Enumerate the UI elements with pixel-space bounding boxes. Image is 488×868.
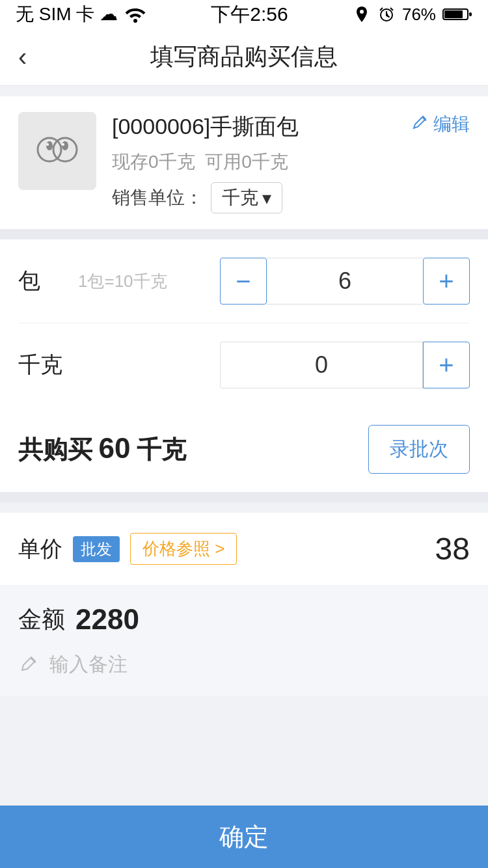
svg-point-9 [62, 143, 64, 146]
svg-rect-2 [444, 10, 463, 18]
kg-stepper: + [220, 342, 470, 388]
sim-label: 无 SIM 卡 ☁ [16, 2, 118, 27]
svg-point-8 [46, 143, 49, 146]
amount-value: 2280 [75, 603, 139, 636]
product-unit-row: 销售单位： 千克 ▾ [112, 182, 470, 213]
input-section: 包 1包=10千克 − + 千克 + [0, 239, 488, 407]
svg-point-7 [62, 141, 68, 150]
unit-select[interactable]: 千克 ▾ [211, 182, 282, 213]
kg-input[interactable] [220, 342, 423, 388]
remark-row[interactable]: 输入备注 [18, 651, 470, 678]
bao-plus-button[interactable]: + [423, 258, 470, 305]
price-left: 单价 批发 价格参照 > [18, 533, 237, 565]
product-stock: 现存0千克 可用0千克 [112, 150, 470, 174]
bao-stepper: − + [220, 258, 470, 305]
alarm-icon [377, 5, 396, 23]
amount-section: 金额 2280 输入备注 [0, 585, 488, 696]
wifi-icon [124, 6, 146, 23]
battery-label: 76% [402, 5, 436, 25]
bao-label: 包 [18, 266, 70, 296]
bao-input[interactable] [267, 258, 423, 305]
edit-icon [411, 115, 429, 133]
location-icon [353, 5, 371, 23]
back-button[interactable]: ‹ [18, 42, 27, 72]
section-divider-2 [0, 492, 488, 502]
bao-minus-button[interactable]: − [220, 258, 267, 305]
kg-label: 千克 [18, 350, 70, 380]
remark-icon [18, 655, 39, 675]
edit-button[interactable]: 编辑 [411, 112, 470, 137]
price-label: 单价 [18, 534, 62, 564]
confirm-button[interactable]: 确定 [0, 806, 488, 868]
product-logo [31, 131, 83, 170]
battery-icon [442, 7, 472, 22]
price-badge: 批发 [73, 536, 120, 562]
price-value: 38 [435, 531, 470, 567]
svg-rect-3 [469, 12, 472, 16]
amount-label: 金额 [18, 604, 65, 636]
price-section: 单价 批发 价格参照 > 38 [0, 513, 488, 585]
svg-point-6 [46, 141, 53, 150]
kg-row: 千克 + [18, 323, 470, 407]
section-divider-1 [0, 229, 488, 239]
bao-hint: 1包=10千克 [78, 270, 220, 293]
bao-row: 包 1包=10千克 − + [18, 239, 470, 323]
amount-row: 金额 2280 [18, 603, 470, 636]
price-ref-button[interactable]: 价格参照 > [130, 533, 237, 565]
status-time: 下午2:56 [211, 1, 288, 28]
unit-label: 销售单位： [112, 185, 203, 210]
status-right: 76% [353, 5, 472, 25]
kg-plus-button[interactable]: + [423, 342, 470, 388]
total-text: 共购买 60 千克 [18, 432, 186, 467]
product-image [18, 112, 96, 190]
product-card: [0000006]手撕面包 现存0千克 可用0千克 销售单位： 千克 ▾ 编辑 [0, 96, 488, 229]
page-header: ‹ 填写商品购买信息 [0, 29, 488, 86]
total-section: 共购买 60 千克 录批次 [0, 407, 488, 492]
status-left: 无 SIM 卡 ☁ [16, 2, 146, 27]
remark-placeholder[interactable]: 输入备注 [49, 651, 128, 678]
batch-button[interactable]: 录批次 [368, 425, 470, 474]
status-bar: 无 SIM 卡 ☁ 下午2:56 76% [0, 0, 488, 29]
page-title: 填写商品购买信息 [150, 41, 338, 73]
